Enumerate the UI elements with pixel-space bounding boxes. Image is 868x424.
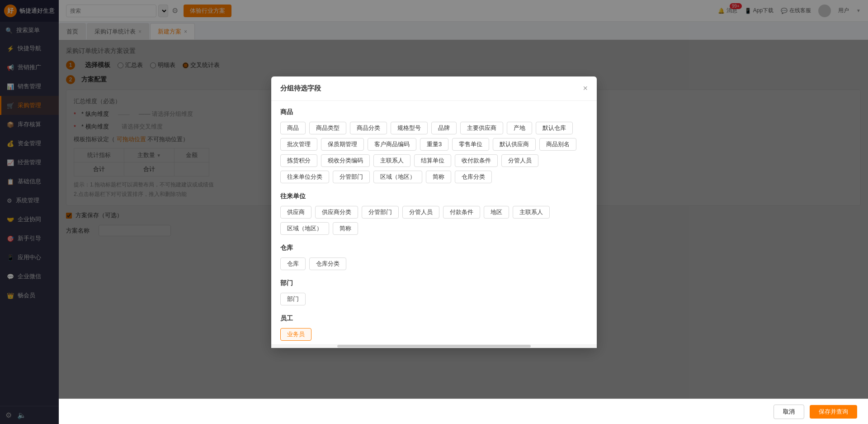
tag-goods-22[interactable]: 分管部门 xyxy=(333,171,370,183)
section-partner-tags: 供应商 供应商分类 分管部门 分管人员 付款条件 地区 主联系人 区域（地区） … xyxy=(280,206,588,235)
modal-overlay: 分组待选字段 × 商品 商品 商品类型 商品分类 规格型号 品牌 主要供应商 产… xyxy=(0,0,868,424)
section-partner-title: 往来单位 xyxy=(280,192,588,200)
tag-goods-3[interactable]: 规格型号 xyxy=(391,122,428,134)
tag-goods-10[interactable]: 客户商品编码 xyxy=(368,138,416,151)
section-warehouse-title: 仓库 xyxy=(280,244,588,252)
tag-goods-8[interactable]: 批次管理 xyxy=(280,138,317,151)
tag-dept-0[interactable]: 部门 xyxy=(280,293,306,305)
tag-partner-8[interactable]: 简称 xyxy=(333,222,358,235)
tag-goods-25[interactable]: 仓库分类 xyxy=(455,171,492,183)
tag-warehouse-1[interactable]: 仓库分类 xyxy=(309,257,346,270)
tag-goods-14[interactable]: 商品别名 xyxy=(539,138,576,151)
tag-goods-23[interactable]: 区域（地区） xyxy=(373,171,422,183)
tag-partner-1[interactable]: 供应商分类 xyxy=(315,206,358,219)
tag-warehouse-0[interactable]: 仓库 xyxy=(280,257,306,270)
section-warehouse-tags: 仓库 仓库分类 xyxy=(280,257,588,270)
tag-partner-7[interactable]: 区域（地区） xyxy=(280,222,329,235)
section-department-title: 部门 xyxy=(280,279,588,287)
tag-goods-13[interactable]: 默认供应商 xyxy=(493,138,536,151)
tag-goods-19[interactable]: 收付款条件 xyxy=(455,154,498,167)
tag-goods-4[interactable]: 品牌 xyxy=(431,122,457,134)
section-employee-title: 员工 xyxy=(280,314,588,323)
section-employee: 员工 业务员 xyxy=(280,314,588,341)
modal-footer-bar: 取消 保存并查询 xyxy=(59,399,868,424)
tag-goods-9[interactable]: 保质期管理 xyxy=(321,138,364,151)
tag-partner-2[interactable]: 分管部门 xyxy=(362,206,399,219)
section-warehouse: 仓库 仓库 仓库分类 xyxy=(280,244,588,270)
section-employee-tags: 业务员 xyxy=(280,328,588,341)
tag-goods-2[interactable]: 商品分类 xyxy=(350,122,387,134)
tag-goods-17[interactable]: 主联系人 xyxy=(373,154,410,167)
tag-goods-16[interactable]: 税收分类编码 xyxy=(321,154,370,167)
tag-goods-15[interactable]: 拣货积分 xyxy=(280,154,317,167)
tag-partner-6[interactable]: 主联系人 xyxy=(513,206,550,219)
tag-partner-3[interactable]: 分管人员 xyxy=(402,206,439,219)
tag-goods-18[interactable]: 结算单位 xyxy=(414,154,451,167)
field-select-modal: 分组待选字段 × 商品 商品 商品类型 商品分类 规格型号 品牌 主要供应商 产… xyxy=(271,76,597,348)
tag-partner-5[interactable]: 地区 xyxy=(484,206,509,219)
tag-goods-1[interactable]: 商品类型 xyxy=(309,122,346,134)
footer-cancel-button[interactable]: 取消 xyxy=(774,405,804,419)
section-goods-title: 商品 xyxy=(280,108,588,116)
section-department: 部门 部门 xyxy=(280,279,588,305)
section-partner: 往来单位 供应商 供应商分类 分管部门 分管人员 付款条件 地区 主联系人 区域… xyxy=(280,192,588,235)
tag-partner-0[interactable]: 供应商 xyxy=(280,206,311,219)
tag-goods-6[interactable]: 产地 xyxy=(507,122,532,134)
tag-goods-0[interactable]: 商品 xyxy=(280,122,306,134)
section-department-tags: 部门 xyxy=(280,293,588,305)
modal-title: 分组待选字段 xyxy=(280,84,321,93)
footer-save-button[interactable]: 保存并查询 xyxy=(810,405,857,419)
tag-goods-20[interactable]: 分管人员 xyxy=(501,154,538,167)
modal-header: 分组待选字段 × xyxy=(271,76,597,101)
tag-goods-12[interactable]: 零售单位 xyxy=(452,138,489,151)
tag-partner-4[interactable]: 付款条件 xyxy=(443,206,480,219)
tag-goods-21[interactable]: 往来单位分类 xyxy=(280,171,329,183)
modal-close-button[interactable]: × xyxy=(583,84,588,93)
modal-body: 商品 商品 商品类型 商品分类 规格型号 品牌 主要供应商 产地 默认仓库 批次… xyxy=(271,101,597,344)
section-goods-tags: 商品 商品类型 商品分类 规格型号 品牌 主要供应商 产地 默认仓库 批次管理 … xyxy=(280,122,588,183)
tag-emp-0[interactable]: 业务员 xyxy=(280,328,311,341)
tag-goods-5[interactable]: 主要供应商 xyxy=(460,122,503,134)
tag-goods-24[interactable]: 简称 xyxy=(426,171,451,183)
modal-hscroll[interactable] xyxy=(271,344,597,348)
section-goods: 商品 商品 商品类型 商品分类 规格型号 品牌 主要供应商 产地 默认仓库 批次… xyxy=(280,108,588,183)
tag-goods-11[interactable]: 重量3 xyxy=(420,138,448,151)
tag-goods-7[interactable]: 默认仓库 xyxy=(536,122,573,134)
